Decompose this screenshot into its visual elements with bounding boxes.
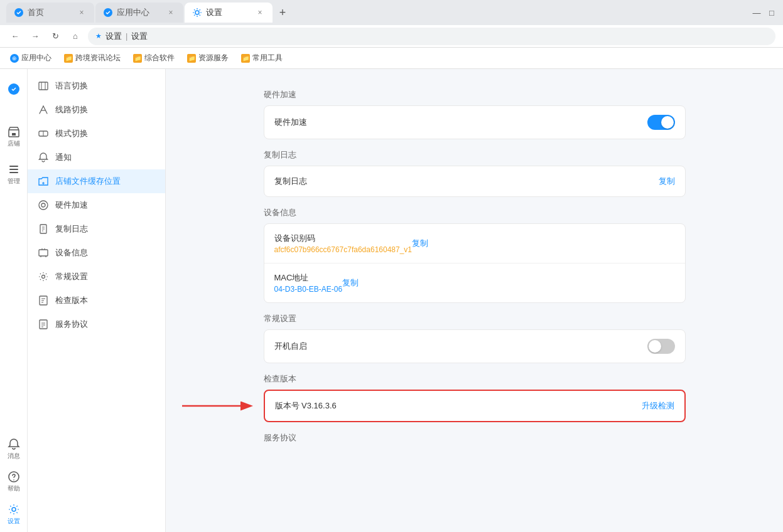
breadcrumb-2: 设置 bbox=[131, 31, 148, 42]
hwaccel-toggle[interactable] bbox=[647, 115, 675, 130]
nav-serviceagreement-label: 服务协议 bbox=[55, 319, 88, 330]
general-card: 开机自启 bbox=[264, 329, 686, 363]
copylog-action[interactable]: 复制 bbox=[659, 176, 675, 187]
sidebar-icon-settings[interactable]: 设置 bbox=[3, 499, 25, 529]
nav-checkversion[interactable]: 检查版本 bbox=[28, 289, 165, 312]
nav-serviceagreement[interactable]: 服务协议 bbox=[28, 312, 165, 336]
upgrade-check-action[interactable]: 升级检测 bbox=[642, 400, 674, 412]
svg-rect-20 bbox=[40, 320, 47, 329]
sidebar-icon-help[interactable]: 帮助 bbox=[3, 467, 25, 497]
copylog-card: 复制日志 复制 bbox=[264, 166, 686, 197]
hwaccel-section-title: 硬件加速 bbox=[264, 89, 686, 100]
sidebar-store-label: 店铺 bbox=[8, 139, 20, 148]
svg-point-11 bbox=[12, 508, 16, 511]
sidebar-notification-label: 消息 bbox=[8, 452, 20, 460]
tab-settings-label: 设置 bbox=[206, 7, 222, 18]
new-tab-button[interactable]: + bbox=[274, 4, 291, 21]
minimize-button[interactable]: — bbox=[752, 8, 762, 18]
breadcrumb-sep: | bbox=[126, 31, 127, 41]
autostart-toggle-knob bbox=[649, 340, 661, 353]
nav-checkversion-icon bbox=[38, 295, 49, 306]
tab-home-icon bbox=[14, 8, 24, 18]
mac-copy[interactable]: 复制 bbox=[342, 277, 359, 289]
forward-button[interactable]: → bbox=[28, 29, 43, 44]
bookmark-crossborder-label: 跨境资讯论坛 bbox=[75, 53, 121, 63]
copylog-row: 复制日志 复制 bbox=[264, 166, 685, 196]
deviceinfo-section-title: 设备信息 bbox=[264, 207, 686, 218]
bookmark-appcenter[interactable]: ⊕ 应用中心 bbox=[5, 50, 57, 66]
bookmark-crossborder[interactable]: 📁 跨境资讯论坛 bbox=[59, 50, 126, 66]
autostart-toggle[interactable] bbox=[647, 339, 675, 354]
deviceinfo-card: 设备识别码 afcf6c07b966cc6767c7fa6da6160487_v… bbox=[264, 223, 686, 303]
nav-notify[interactable]: 通知 bbox=[28, 146, 165, 169]
mac-row: MAC地址 04-D3-B0-EB-AE-06 复制 bbox=[264, 263, 685, 302]
bookmark-resources-icon: 📁 bbox=[187, 54, 196, 63]
browser-chrome: 首页 × 应用中心 × 设置 × + — □ bbox=[0, 0, 783, 25]
svg-rect-5 bbox=[12, 133, 16, 136]
tab-appcenter-label: 应用中心 bbox=[117, 7, 149, 18]
nav-copylog[interactable]: 复制日志 bbox=[28, 217, 165, 241]
nav-general-label: 常规设置 bbox=[55, 271, 88, 282]
hwaccel-label: 硬件加速 bbox=[274, 117, 647, 128]
tab-home[interactable]: 首页 × bbox=[6, 3, 94, 23]
bookmark-appcenter-icon: ⊕ bbox=[10, 54, 19, 63]
bookmark-resources[interactable]: 📁 资源服务 bbox=[182, 50, 234, 66]
checkversion-card: 版本号 V3.16.3.6 升级检测 bbox=[264, 390, 686, 422]
nav-notify-icon bbox=[38, 152, 49, 163]
tab-settings-icon bbox=[192, 8, 202, 18]
nav-hwaccel[interactable]: 硬件加速 bbox=[28, 193, 165, 217]
svg-rect-17 bbox=[39, 250, 48, 256]
tab-settings[interactable]: 设置 × bbox=[185, 3, 273, 23]
hwaccel-toggle-knob bbox=[661, 116, 674, 129]
address-input[interactable]: ★ 设置 | 设置 bbox=[88, 28, 775, 45]
sidebar-icon-notification[interactable]: 消息 bbox=[3, 434, 25, 464]
bookmark-appcenter-label: 应用中心 bbox=[21, 53, 51, 63]
nav-notify-label: 通知 bbox=[55, 152, 72, 163]
home-button[interactable]: ⌂ bbox=[68, 29, 83, 44]
bookmark-tools[interactable]: 📁 常用工具 bbox=[236, 50, 288, 66]
sidebar-icon-app[interactable] bbox=[3, 74, 25, 104]
maximize-button[interactable]: □ bbox=[767, 8, 777, 18]
bookmark-resources-label: 资源服务 bbox=[198, 53, 229, 63]
nav-general[interactable]: 常规设置 bbox=[28, 265, 165, 289]
tab-appcenter[interactable]: 应用中心 × bbox=[95, 3, 183, 23]
nav-route[interactable]: 线路切换 bbox=[28, 98, 165, 122]
tab-appcenter-close[interactable]: × bbox=[166, 8, 176, 18]
deviceid-label: 设备识别码 bbox=[274, 233, 413, 244]
nav-deviceinfo-label: 设备信息 bbox=[55, 247, 88, 258]
deviceid-row: 设备识别码 afcf6c07b966cc6767c7fa6da6160487_v… bbox=[264, 224, 685, 263]
sidebar-manage-label: 管理 bbox=[8, 177, 20, 186]
bookmark-software[interactable]: 📁 综合软件 bbox=[128, 50, 180, 66]
nav-hwaccel-label: 硬件加速 bbox=[55, 200, 88, 211]
breadcrumb-1: 设置 bbox=[105, 31, 122, 42]
nav-copylog-icon bbox=[38, 223, 49, 235]
checkversion-row: 版本号 V3.16.3.6 升级检测 bbox=[265, 391, 684, 421]
deviceid-copy[interactable]: 复制 bbox=[412, 238, 428, 249]
bookmarks-bar: ⊕ 应用中心 📁 跨境资讯论坛 📁 综合软件 📁 资源服务 📁 常用工具 bbox=[0, 48, 783, 69]
bookmark-software-icon: 📁 bbox=[133, 54, 142, 63]
svg-rect-7 bbox=[9, 169, 18, 170]
sidebar-icon-manage[interactable]: 管理 bbox=[3, 159, 25, 189]
red-arrow-annotation bbox=[176, 393, 257, 418]
nav-sidebar: 语言切换 线路切换 模式切换 bbox=[28, 69, 166, 532]
sidebar-icon-store[interactable]: 店铺 bbox=[3, 122, 25, 152]
tab-settings-close[interactable]: × bbox=[255, 8, 265, 18]
nav-deviceinfo[interactable]: 设备信息 bbox=[28, 241, 165, 265]
svg-rect-8 bbox=[9, 172, 18, 173]
nav-filecache[interactable]: 店铺文件缓存位置 bbox=[28, 169, 165, 193]
mac-label: MAC地址 bbox=[274, 272, 343, 284]
tab-home-close[interactable]: × bbox=[77, 8, 87, 18]
tab-home-label: 首页 bbox=[28, 7, 44, 18]
window-controls: — □ bbox=[752, 8, 777, 18]
refresh-button[interactable]: ↻ bbox=[48, 29, 63, 44]
bookmark-tools-icon: 📁 bbox=[241, 54, 250, 63]
nav-mode[interactable]: 模式切换 bbox=[28, 122, 165, 146]
nav-copylog-label: 复制日志 bbox=[55, 223, 88, 235]
svg-point-18 bbox=[42, 275, 45, 279]
nav-language[interactable]: 语言切换 bbox=[28, 74, 165, 98]
hwaccel-row: 硬件加速 bbox=[264, 106, 685, 139]
deviceid-value: afcf6c07b966cc6767c7fa6da6160487_v1 bbox=[274, 245, 413, 254]
nav-serviceagreement-icon bbox=[38, 319, 49, 330]
back-button[interactable]: ← bbox=[8, 29, 23, 44]
nav-mode-label: 模式切换 bbox=[55, 128, 88, 139]
